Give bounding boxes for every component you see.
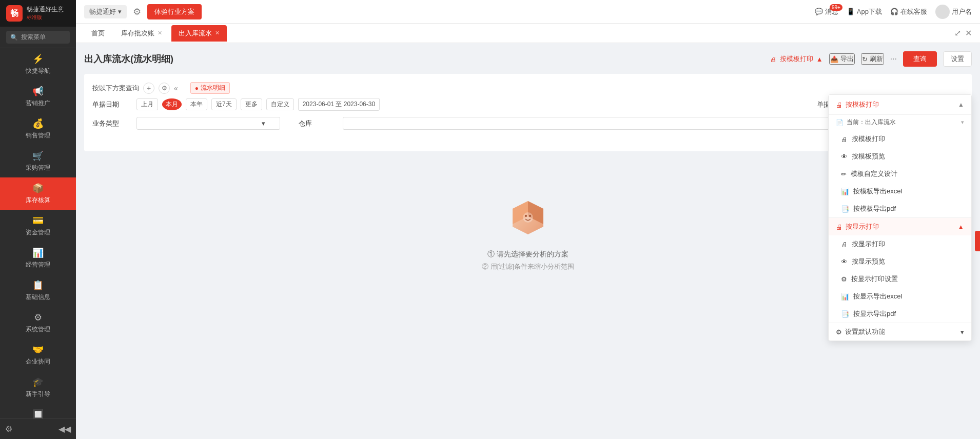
dropdown-item-display-preview[interactable]: 👁 按显示预览 bbox=[829, 253, 971, 270]
app-download-label: App下载 bbox=[857, 7, 882, 16]
dropdown-item-template-pdf[interactable]: 📑 按模板导出pdf bbox=[829, 200, 971, 217]
capital-icon: 💳 bbox=[32, 215, 44, 226]
date-btn-this-month[interactable]: 本月 bbox=[162, 98, 182, 110]
dropdown-title-label: 按模板打印 bbox=[846, 100, 879, 109]
cooperation-icon: 🤝 bbox=[32, 344, 44, 355]
sidebar: 畅 畅捷通好生意 标准版 🔍 搜索菜单 ⚡ 快捷导航 📢 营销推广 💰 销售管理… bbox=[0, 0, 76, 439]
printer-icon: 🖨 bbox=[770, 55, 777, 63]
inventory-label: 库存核算 bbox=[26, 196, 50, 205]
dropdown-item-display-excel[interactable]: 📊 按显示导出excel bbox=[829, 288, 971, 305]
date-btn-custom[interactable]: 自定义 bbox=[266, 98, 294, 110]
refresh-btn[interactable]: ↻ 刷新 bbox=[861, 53, 884, 65]
app-edition: 标准版 bbox=[27, 14, 64, 21]
date-btn-7days[interactable]: 近7天 bbox=[211, 98, 237, 110]
sidebar-settings-icon[interactable]: ⚙ bbox=[5, 424, 12, 434]
sidebar-item-inventory[interactable]: 📦 库存核算 bbox=[0, 177, 76, 210]
filter-biztype-select[interactable]: ▾ bbox=[136, 117, 280, 130]
tab-flow-close-icon[interactable]: ✕ bbox=[215, 30, 220, 36]
dropdown-footer[interactable]: ⚙ 设置默认功能 ▾ bbox=[829, 323, 971, 341]
marketing-label: 营销推广 bbox=[26, 99, 50, 108]
main-content: 畅捷通好 ▾ ⚙ 体验行业方案 💬 消息 99+ 📱 App下载 🎧 在线客服 bbox=[76, 0, 980, 439]
sidebar-item-operations[interactable]: 📊 经营管理 bbox=[0, 242, 76, 274]
purchase-label: 采购管理 bbox=[26, 164, 50, 172]
dropdown-header: 🖨 按模板打印 ▲ bbox=[829, 95, 971, 115]
export-btn[interactable]: 📤 导出 bbox=[829, 53, 855, 65]
tab-expand-icon[interactable]: ⤢ bbox=[954, 28, 961, 38]
tab-close-all-icon[interactable]: ✕ bbox=[965, 28, 972, 38]
sidebar-item-apps[interactable]: 🔲 应用中心 bbox=[0, 404, 76, 418]
date-range-display[interactable]: 2023-06-01 至 2023-06-30 bbox=[298, 98, 380, 111]
dropdown-item-display-settings[interactable]: ⚙ 按显示打印设置 bbox=[829, 270, 971, 288]
dropdown-display-section: 🖨 按显示打印 👁 按显示预览 ⚙ 按显示打印设置 📊 按显示导出excel 📑 bbox=[829, 235, 971, 323]
dropdown-item-template-print[interactable]: 🖨 按模板打印 bbox=[829, 130, 971, 148]
tab-batch-label: 库存批次账 bbox=[121, 29, 154, 38]
tab-flow[interactable]: 出入库流水 ✕ bbox=[171, 25, 227, 42]
date-btn-more[interactable]: 更多 bbox=[241, 98, 262, 110]
customer-service-label: 在线客服 bbox=[900, 7, 927, 16]
filter-settings-btn[interactable]: ⚙ bbox=[159, 83, 170, 94]
guide-icon: 🎓 bbox=[32, 376, 44, 388]
avatar bbox=[935, 5, 950, 19]
tab-batch[interactable]: 库存批次账 ✕ bbox=[114, 25, 169, 42]
dropdown-collapse-icon[interactable]: ▲ bbox=[958, 101, 964, 108]
tab-home[interactable]: 首页 bbox=[84, 25, 112, 42]
dropdown-item-template-custom[interactable]: ✏ 模板自定义设计 bbox=[829, 165, 971, 183]
empty-hint-2: ② 用[过滤]条件来缩小分析范围 bbox=[482, 262, 574, 271]
sidebar-item-cooperation[interactable]: 🤝 企业协同 bbox=[0, 339, 76, 371]
template-pdf-item-label: 按模板导出pdf bbox=[853, 204, 896, 213]
dropdown-sub-arrow-icon: ▾ bbox=[961, 119, 964, 126]
sidebar-item-system[interactable]: ⚙ 系统管理 bbox=[0, 307, 76, 339]
message-badge: 99+ bbox=[830, 4, 842, 11]
basics-icon: 📋 bbox=[32, 280, 44, 291]
filter-date-label: 单据日期 bbox=[92, 100, 128, 109]
display-print-icon: 🖨 bbox=[841, 241, 848, 248]
operations-icon: 📊 bbox=[32, 247, 44, 258]
settings-btn[interactable]: 设置 bbox=[943, 51, 972, 67]
customer-service-btn[interactable]: 🎧 在线客服 bbox=[890, 7, 927, 16]
header-settings-icon[interactable]: ⚙ bbox=[133, 6, 141, 17]
query-btn[interactable]: 查询 bbox=[903, 51, 937, 67]
sidebar-item-basics[interactable]: 📋 基础信息 bbox=[0, 274, 76, 307]
filter-collapse-left-icon[interactable]: « bbox=[174, 84, 178, 92]
sidebar-item-marketing[interactable]: 📢 营销推广 bbox=[0, 81, 76, 113]
display-section-icon: 🖨 bbox=[836, 223, 842, 231]
industry-btn[interactable]: 体验行业方案 bbox=[147, 4, 202, 19]
sales-label: 销售管理 bbox=[26, 131, 50, 140]
dropdown-current-template[interactable]: 📄 当前：出入库流水 ▾ bbox=[829, 115, 971, 130]
display-settings-icon: ⚙ bbox=[841, 275, 847, 283]
sidebar-item-purchase[interactable]: 🛒 采购管理 bbox=[0, 145, 76, 177]
add-condition-btn[interactable]: + bbox=[143, 83, 154, 94]
display-excel-label: 按显示导出excel bbox=[853, 292, 902, 301]
quick-nav-icon: ⚡ bbox=[32, 53, 44, 65]
tab-batch-close-icon[interactable]: ✕ bbox=[158, 30, 162, 36]
dropdown-display-section-header[interactable]: 🖨 按显示打印 ▲ bbox=[829, 218, 971, 235]
dropdown-printer-icon: 🖨 bbox=[836, 101, 842, 109]
sidebar-item-capital[interactable]: 💳 资金管理 bbox=[0, 210, 76, 242]
sidebar-item-sales[interactable]: 💰 销售管理 bbox=[0, 113, 76, 145]
svg-point-4 bbox=[525, 215, 527, 217]
sidebar-collapse-icon[interactable]: ◀◀ bbox=[58, 424, 71, 434]
date-btn-this-year[interactable]: 本年 bbox=[186, 98, 207, 110]
header-left: 畅捷通好 ▾ ⚙ 体验行业方案 bbox=[84, 4, 202, 19]
page-title: 出入库流水(流水明细) bbox=[84, 53, 173, 65]
more-btn[interactable]: ··· bbox=[890, 54, 897, 64]
dropdown-item-template-excel[interactable]: 📊 按模板导出excel bbox=[829, 183, 971, 200]
display-section-arrow-icon: ▲ bbox=[957, 223, 964, 231]
dropdown-item-display-print[interactable]: 🖨 按显示打印 bbox=[829, 235, 971, 253]
apps-icon: 🔲 bbox=[32, 409, 44, 418]
sidebar-item-guide[interactable]: 🎓 新手引导 bbox=[0, 371, 76, 404]
brand-selector[interactable]: 畅捷通好 ▾ bbox=[84, 5, 127, 18]
app-download-btn[interactable]: 📱 App下载 bbox=[847, 7, 882, 16]
header-right: 💬 消息 99+ 📱 App下载 🎧 在线客服 用户名 bbox=[815, 5, 972, 19]
user-avatar[interactable]: 用户名 bbox=[935, 5, 972, 19]
template-print-btn[interactable]: 🖨 按模板打印 ▲ bbox=[770, 54, 823, 64]
sidebar-search-area[interactable]: 🔍 搜索菜单 bbox=[0, 27, 76, 48]
sidebar-item-quick_nav[interactable]: ⚡ 快捷导航 bbox=[0, 48, 76, 81]
message-btn[interactable]: 💬 消息 99+ bbox=[815, 7, 838, 16]
right-side-toggle[interactable] bbox=[975, 231, 980, 251]
date-btn-last-month[interactable]: 上月 bbox=[136, 98, 158, 110]
dropdown-item-display-pdf[interactable]: 📑 按显示导出pdf bbox=[829, 305, 971, 323]
search-menu-btn[interactable]: 🔍 搜索菜单 bbox=[6, 31, 70, 44]
guide-label: 新手引导 bbox=[26, 390, 50, 398]
dropdown-item-template-preview[interactable]: 👁 按模板预览 bbox=[829, 148, 971, 165]
